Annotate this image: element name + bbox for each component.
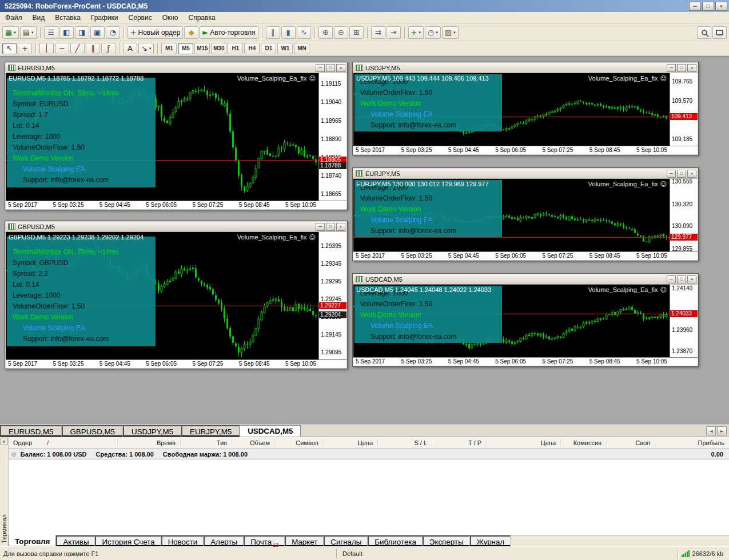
timeframe-h1-button[interactable]: H1: [228, 43, 243, 54]
menu-item-charts[interactable]: Графики: [86, 13, 124, 23]
chart-close-button[interactable]: ×: [687, 170, 696, 178]
chart-restore-button[interactable]: □: [326, 64, 335, 72]
chart-minimize-button[interactable]: ─: [316, 64, 325, 72]
terminal-tab-mailbox[interactable]: Почта13: [244, 535, 285, 546]
close-button[interactable]: ×: [715, 2, 727, 11]
profiles-button[interactable]: ▤▾: [20, 26, 37, 39]
column-header-6[interactable]: S / L: [377, 439, 432, 446]
candlestick-chart-button[interactable]: ▮: [281, 26, 296, 39]
chart-plot-area[interactable]: Leverage: 1000VolumeOrderFlow: 1.50Work …: [353, 285, 670, 357]
periods-button[interactable]: ◷▾: [425, 26, 441, 39]
zoom-in-button[interactable]: ⊕: [318, 26, 333, 39]
column-header-5[interactable]: Цена: [323, 439, 377, 446]
scroll-right-button[interactable]: ►: [717, 426, 727, 435]
navigator-button[interactable]: ◨: [75, 26, 89, 39]
tile-windows-button[interactable]: ⊞: [349, 26, 364, 39]
terminal-tab-news[interactable]: Новости: [161, 535, 204, 546]
data-window-button[interactable]: ◧: [59, 26, 74, 39]
column-header-11[interactable]: Прибыль: [655, 439, 729, 446]
ea-name-label[interactable]: Volume_Scalping_Ea_fix☺: [588, 75, 667, 82]
chart-titlebar-eurusd[interactable]: EURUSD,M5─□×: [6, 63, 346, 73]
terminal-button[interactable]: ▣: [90, 26, 105, 39]
chart-close-button[interactable]: ×: [687, 64, 696, 72]
chart-tab-eurusd[interactable]: EURUSD,M5: [0, 425, 62, 437]
trendline-button[interactable]: ╱: [70, 43, 85, 54]
column-header-1[interactable]: Время: [117, 439, 180, 446]
terminal-close-button[interactable]: ×: [0, 438, 8, 445]
chart-close-button[interactable]: ×: [336, 223, 345, 231]
time-axis[interactable]: 5 Sep 20175 Sep 03:255 Sep 04:455 Sep 06…: [353, 251, 698, 260]
new-chart-button[interactable]: ▦▾: [2, 26, 19, 39]
column-header-10[interactable]: Своп: [606, 439, 655, 446]
timeframe-d1-button[interactable]: D1: [261, 43, 276, 54]
chart-tab-usdjpy[interactable]: USDJPY,M5: [123, 425, 181, 437]
new-order-button[interactable]: +Новый ордер: [128, 26, 184, 39]
price-scale[interactable]: 130.555130.320130.090129.855129.977: [670, 179, 698, 251]
terminal-tab-assets[interactable]: Активы: [56, 535, 95, 546]
column-header-9[interactable]: Комиссия: [560, 439, 606, 446]
chart-tab-eurjpy[interactable]: EURJPY,M5: [181, 425, 240, 437]
cursor-button[interactable]: ↖: [2, 43, 17, 54]
chart-titlebar-usdjpy[interactable]: USDJPY,M5─□×: [353, 63, 698, 73]
horizontal-line-button[interactable]: ─: [55, 43, 69, 54]
column-header-7[interactable]: T / P: [432, 439, 486, 446]
terminal-tab-signals[interactable]: Сигналы: [324, 535, 368, 546]
timeframe-mn-button[interactable]: MN: [294, 43, 309, 54]
menu-item-file[interactable]: Файл: [0, 13, 27, 23]
scroll-left-button[interactable]: ◄: [706, 426, 716, 435]
search-button[interactable]: [697, 26, 711, 39]
line-chart-button[interactable]: ∿: [297, 26, 311, 39]
arrows-button[interactable]: ↘▾: [138, 43, 154, 54]
price-scale[interactable]: 1.191151.190401.189651.188901.188151.187…: [318, 73, 346, 201]
chart-plot-area[interactable]: Leverage: 1000VolumeOrderFlow: 1.50Work …: [353, 73, 670, 146]
chart-titlebar-eurjpy[interactable]: EURJPY,M5─□×: [353, 169, 698, 179]
chart-restore-button[interactable]: □: [677, 275, 686, 283]
ea-name-label[interactable]: Volume_Scalping_Ea_fix☺: [237, 75, 316, 82]
market-watch-button[interactable]: ☰: [44, 26, 58, 39]
terminal-tab-account-history[interactable]: История Счета: [95, 535, 161, 546]
menu-item-tools[interactable]: Сервис: [124, 13, 157, 23]
chart-titlebar-gbpusd[interactable]: GBPUSD,M5─□×: [6, 222, 346, 232]
chart-titlebar-usdcad[interactable]: USDCAD,M5─□×: [353, 274, 698, 285]
chart-restore-button[interactable]: □: [677, 64, 686, 72]
chart-plot-area[interactable]: TerminalMonitor ON, 79ms, ~14msSymbol: G…: [6, 232, 318, 359]
column-header-4[interactable]: Символ: [274, 439, 323, 446]
maximize-button[interactable]: □: [702, 2, 714, 11]
timeframe-m1-button[interactable]: M1: [161, 43, 177, 54]
timeframe-h4-button[interactable]: H4: [244, 43, 260, 54]
price-scale[interactable]: 1.293951.293451.292951.292451.291951.291…: [318, 232, 346, 359]
indicators-button[interactable]: +▾: [408, 26, 424, 39]
terminal-tab-market[interactable]: Маркет: [285, 535, 324, 546]
ea-name-label[interactable]: Volume_Scalping_Ea_fix☺: [237, 234, 316, 241]
column-header-2[interactable]: Тип: [180, 439, 232, 446]
timeframe-m15-button[interactable]: M15: [194, 43, 210, 54]
status-profile-selector[interactable]: Default: [340, 550, 638, 557]
terminal-tab-library[interactable]: Библиотека: [368, 535, 422, 546]
terminal-tab-experts[interactable]: Эксперты: [423, 535, 470, 546]
zoom-out-button[interactable]: ⊖: [334, 26, 348, 39]
chart-minimize-button[interactable]: ─: [667, 170, 676, 178]
chart-minimize-button[interactable]: ─: [667, 64, 676, 72]
chart-tab-usdcad[interactable]: USDCAD,M5: [240, 425, 301, 437]
time-axis[interactable]: 5 Sep 20175 Sep 03:255 Sep 04:455 Sep 06…: [353, 357, 698, 366]
minimize-button[interactable]: ─: [689, 2, 701, 11]
menu-item-insert[interactable]: Вставка: [50, 13, 86, 23]
auto-scroll-button[interactable]: ⇉: [371, 26, 385, 39]
column-header-order[interactable]: Ордер/: [9, 439, 117, 446]
price-scale[interactable]: 109.765109.570109.185109.413: [670, 73, 698, 146]
chart-close-button[interactable]: ×: [336, 64, 345, 72]
column-header-3[interactable]: Объем: [232, 439, 274, 446]
timeframe-w1-button[interactable]: W1: [277, 43, 293, 54]
text-button[interactable]: A: [123, 43, 137, 54]
price-scale[interactable]: 1.241401.239601.238701.24033: [670, 285, 698, 357]
fibonacci-button[interactable]: ƒ: [101, 43, 115, 54]
templates-button[interactable]: ▧▾: [442, 26, 459, 39]
chart-minimize-button[interactable]: ─: [316, 223, 325, 231]
timeframe-m5-button[interactable]: M5: [178, 43, 193, 54]
ea-name-label[interactable]: Volume_Scalping_Ea_fix☺: [588, 286, 667, 294]
chart-close-button[interactable]: ×: [687, 275, 696, 283]
autotrading-button[interactable]: ►Авто-торговля: [200, 26, 258, 39]
column-header-8[interactable]: Цена: [486, 439, 560, 446]
ea-name-label[interactable]: Volume_Scalping_Ea_fix☺: [588, 181, 667, 188]
vertical-line-button[interactable]: │: [39, 43, 54, 54]
